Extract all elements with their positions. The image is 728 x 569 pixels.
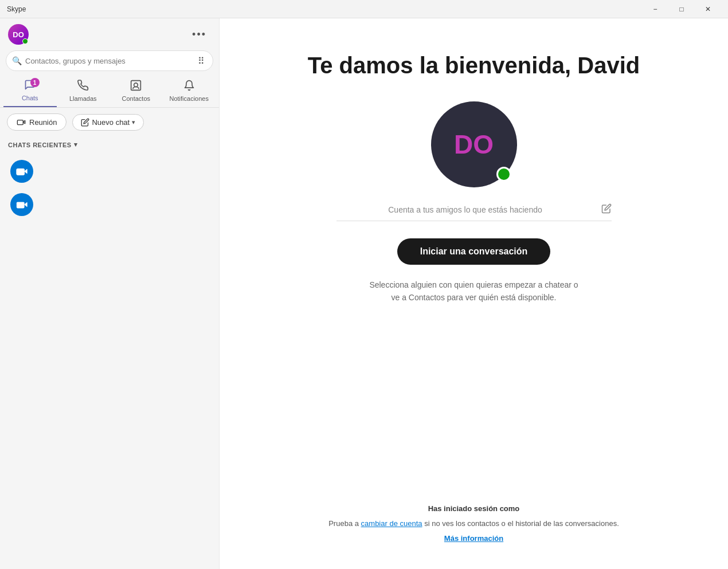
new-chat-icon xyxy=(81,118,89,127)
bottom-info: Has iniciado sesión como Prueba a cambia… xyxy=(328,467,619,546)
notificaciones-icon xyxy=(183,80,195,94)
logged-as-text: Has iniciado sesión como xyxy=(428,504,520,513)
tab-notificaciones[interactable]: Notificaciones xyxy=(163,76,216,107)
chat-avatar xyxy=(10,160,33,183)
tab-contactos-label: Contactos xyxy=(122,95,150,102)
nav-tabs: 1 Chats Llamadas Contactos xyxy=(0,76,219,108)
tab-chats-label: Chats xyxy=(22,95,38,101)
minimize-button[interactable]: − xyxy=(642,0,668,18)
action-buttons: Reunión Nuevo chat ▾ xyxy=(0,108,219,136)
new-chat-chevron-icon: ▾ xyxy=(132,119,135,126)
chat-list xyxy=(0,153,219,223)
start-conversation-button[interactable]: Iniciar una conversación xyxy=(397,238,551,265)
sidebar: DO ••• 🔍 ⠿ 1 Chats Llam xyxy=(0,18,220,569)
tab-contactos[interactable]: Contactos xyxy=(109,76,163,107)
list-item[interactable] xyxy=(6,156,213,186)
tab-llamadas[interactable]: Llamadas xyxy=(57,76,110,107)
main-avatar-wrapper: DO xyxy=(431,101,517,187)
helper-text: Selecciona alguien con quien quieras emp… xyxy=(365,278,583,304)
search-bar: 🔍 ⠿ xyxy=(6,50,213,71)
edit-status-icon[interactable] xyxy=(601,203,612,216)
bottom-text1: Prueba a xyxy=(328,519,361,528)
user-status-indicator xyxy=(22,38,28,44)
recent-chats-label: CHATS RECIENTES xyxy=(8,142,72,148)
new-chat-button[interactable]: Nuevo chat ▾ xyxy=(72,114,144,131)
welcome-title: Te damos la bienvenida, David xyxy=(308,53,640,79)
search-icon: 🔍 xyxy=(12,56,22,65)
close-button[interactable]: ✕ xyxy=(695,0,721,18)
grid-icon[interactable]: ⠿ xyxy=(195,53,207,69)
chats-badge: 1 xyxy=(30,78,40,87)
profile-section: DO Cuenta a tus amigos lo que estás haci… xyxy=(331,101,617,304)
recent-chats-header[interactable]: CHATS RECIENTES ▾ xyxy=(0,136,219,153)
reunion-icon xyxy=(17,117,26,127)
new-chat-label: Nuevo chat xyxy=(92,118,130,127)
recent-chats-chevron-icon: ▾ xyxy=(74,141,78,148)
app-title: Skype xyxy=(7,5,26,13)
more-info-link[interactable]: Más información xyxy=(444,534,503,543)
contactos-icon xyxy=(130,80,142,94)
search-input[interactable] xyxy=(25,57,192,65)
reunion-button[interactable]: Reunión xyxy=(7,113,66,131)
main-avatar-status xyxy=(496,167,511,182)
reunion-label: Reunión xyxy=(29,118,57,127)
maximize-button[interactable]: □ xyxy=(668,0,695,18)
change-account-link[interactable]: cambiar de cuenta xyxy=(361,519,422,528)
tab-llamadas-label: Llamadas xyxy=(69,95,97,102)
llamadas-icon xyxy=(77,80,89,94)
bottom-text2: si no ves los contactos o el historial d… xyxy=(424,519,619,528)
tab-notificaciones-label: Notificaciones xyxy=(170,95,209,102)
status-text: Cuenta a tus amigos lo que estás haciend… xyxy=(336,205,594,214)
chat-avatar xyxy=(10,193,33,216)
user-avatar-wrapper[interactable]: DO xyxy=(8,24,29,45)
svg-rect-1 xyxy=(17,120,23,125)
app-body: DO ••• 🔍 ⠿ 1 Chats Llam xyxy=(0,18,728,569)
more-options-button[interactable]: ••• xyxy=(187,26,211,43)
svg-rect-2 xyxy=(17,168,25,175)
list-item[interactable] xyxy=(6,190,213,219)
titlebar: Skype − □ ✕ xyxy=(0,0,728,18)
sidebar-header: DO ••• xyxy=(0,18,219,50)
tab-chats[interactable]: 1 Chats xyxy=(3,76,57,107)
window-controls: − □ ✕ xyxy=(642,0,721,18)
svg-rect-3 xyxy=(17,202,25,208)
status-bar: Cuenta a tus amigos lo que estás haciend… xyxy=(336,199,612,221)
main-content: Te damos la bienvenida, David DO Cuenta … xyxy=(220,18,728,569)
